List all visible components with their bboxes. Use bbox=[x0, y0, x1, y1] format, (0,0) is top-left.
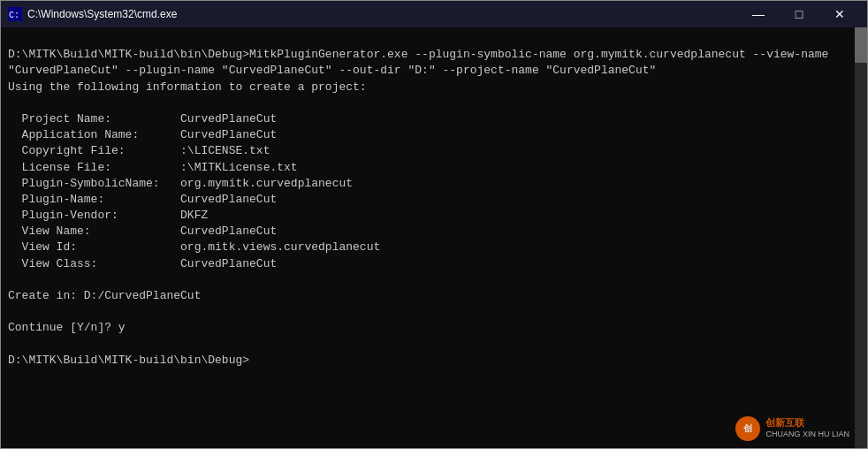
terminal-line: Continue [Y/n]? y bbox=[8, 320, 860, 336]
terminal-line: Using the following information to creat… bbox=[8, 80, 860, 95]
terminal-line: "CurvedPlaneCut" --plugin-name "CurvedPl… bbox=[8, 63, 860, 79]
title-bar-left: C: C:\Windows\System32\cmd.exe bbox=[8, 7, 177, 21]
terminal-line: View Class: CurvedPlaneCut bbox=[8, 256, 860, 272]
svg-text:C:: C: bbox=[9, 11, 19, 20]
terminal-line: View Name: CurvedPlaneCut bbox=[8, 224, 860, 240]
title-bar: C: C:\Windows\System32\cmd.exe — □ ✕ bbox=[1, 1, 867, 27]
watermark-logo: 创 bbox=[735, 416, 760, 441]
watermark-line1: 创新互联 bbox=[765, 417, 849, 429]
terminal-line: View Id: org.mitk.views.curvedplanecut bbox=[8, 240, 860, 255]
maximize-button[interactable]: □ bbox=[779, 1, 819, 27]
terminal-line bbox=[8, 272, 860, 288]
scrollbar-thumb[interactable] bbox=[855, 27, 867, 63]
terminal-line: Plugin-Vendor: DKFZ bbox=[8, 208, 860, 224]
window-controls: — □ ✕ bbox=[738, 1, 860, 27]
cmd-icon: C: bbox=[8, 7, 22, 21]
terminal-line bbox=[8, 304, 860, 320]
terminal-line: License File: :\MITKLicense.txt bbox=[8, 160, 860, 176]
terminal-line: D:\MITK\Build\MITK-build\bin\Debug> bbox=[8, 353, 860, 369]
watermark: 创 创新互联 CHUANG XIN HU LIAN bbox=[735, 416, 849, 441]
terminal-line: Plugin-Name: CurvedPlaneCut bbox=[8, 192, 860, 208]
terminal-line: Copyright File: :\LICENSE.txt bbox=[8, 143, 860, 159]
watermark-line2: CHUANG XIN HU LIAN bbox=[765, 429, 849, 440]
close-button[interactable]: ✕ bbox=[819, 1, 860, 27]
terminal-line: Application Name: CurvedPlaneCut bbox=[8, 127, 860, 143]
scrollbar[interactable] bbox=[855, 27, 867, 448]
window-title: C:\Windows\System32\cmd.exe bbox=[27, 8, 177, 20]
terminal-content: D:\MITK\Build\MITK-build\bin\Debug>MitkP… bbox=[8, 31, 860, 369]
watermark-text-block: 创新互联 CHUANG XIN HU LIAN bbox=[765, 417, 849, 440]
terminal-line bbox=[8, 31, 860, 47]
terminal-body[interactable]: D:\MITK\Build\MITK-build\bin\Debug>MitkP… bbox=[1, 27, 867, 448]
terminal-line: Plugin-SymbolicName: org.mymitk.curvedpl… bbox=[8, 176, 860, 192]
terminal-line: Create in: D:/CurvedPlaneCut bbox=[8, 288, 860, 304]
terminal-line: Project Name: CurvedPlaneCut bbox=[8, 111, 860, 127]
terminal-line: D:\MITK\Build\MITK-build\bin\Debug>MitkP… bbox=[8, 47, 860, 63]
terminal-line bbox=[8, 95, 860, 111]
minimize-button[interactable]: — bbox=[738, 1, 779, 27]
terminal-line bbox=[8, 337, 860, 353]
window: C: C:\Windows\System32\cmd.exe — □ ✕ D:\… bbox=[0, 0, 868, 449]
